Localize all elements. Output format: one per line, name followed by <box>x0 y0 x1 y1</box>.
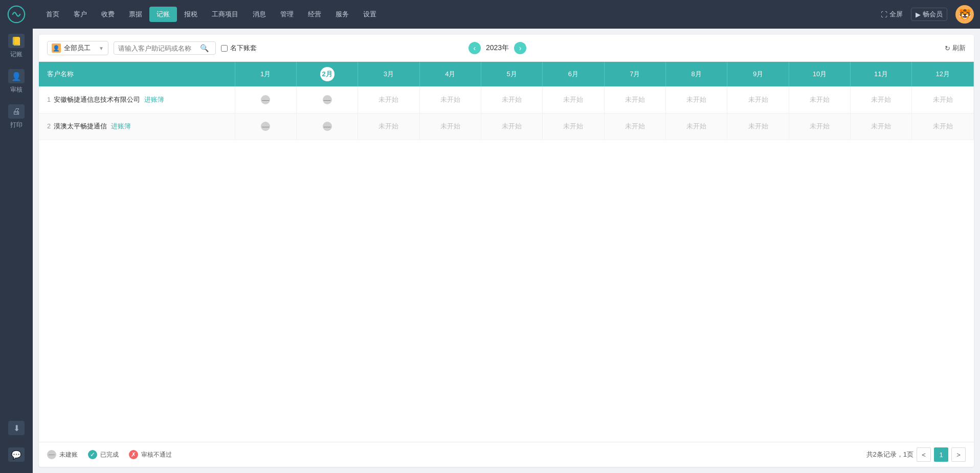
topnav: 首页 客户 收费 票据 记账 报税 工商项目 消息 管理 经营 服务 设置 ⛶ … <box>33 0 980 29</box>
month-cell-8: 未开始 <box>666 113 727 140</box>
table-wrap: 客户名称 1月 2月 3月 4月 5月 6月 7月 8月 9月 <box>39 62 974 442</box>
nav-tax[interactable]: 报税 <box>177 7 205 22</box>
sidebar-item-jizh[interactable]: 📒 记账 <box>0 29 33 64</box>
year-text: 2023年 <box>486 43 509 53</box>
status-not-started: 未开始 <box>810 122 830 130</box>
refresh-icon: ↻ <box>945 44 950 52</box>
month-cell-5: 未开始 <box>481 113 542 140</box>
fullscreen-icon: ⛶ <box>881 11 887 18</box>
nav-bookkeep[interactable]: 记账 <box>149 7 177 22</box>
sidebar-item-support[interactable]: 💬 <box>0 442 33 467</box>
status-not-started: 未开始 <box>933 122 953 130</box>
status-not-started: 未开始 <box>563 122 583 130</box>
nav-invoice[interactable]: 票据 <box>122 7 149 22</box>
enter-ledger-link[interactable]: 进账簿 <box>144 96 164 103</box>
search-icon[interactable]: 🔍 <box>200 44 209 52</box>
jizh-icon: 📒 <box>8 34 25 48</box>
month-cell-1: — <box>235 113 296 140</box>
legend-label-not-built: 未建账 <box>59 451 78 459</box>
search-input-wrap: 🔍 <box>114 41 216 55</box>
nav-bizitem[interactable]: 工商项目 <box>205 7 246 22</box>
page-current-button[interactable]: 1 <box>934 447 948 462</box>
month-cell-11: 未开始 <box>851 86 912 113</box>
col-apr: 4月 <box>419 62 481 86</box>
status-not-started: 未开始 <box>810 96 830 103</box>
status-not-started: 未开始 <box>378 122 398 130</box>
status-not-started: 未开始 <box>502 122 522 130</box>
status-not-started: 未开始 <box>871 96 891 103</box>
month-cell-3: 未开始 <box>358 86 419 113</box>
nav-service[interactable]: 服务 <box>328 7 356 22</box>
month-cell-3: 未开始 <box>358 113 419 140</box>
month-cell-12: 未开始 <box>912 113 974 140</box>
page-prev-button[interactable]: < <box>917 447 931 462</box>
refresh-label: 刷新 <box>952 43 966 53</box>
search-input[interactable] <box>118 44 200 52</box>
legend-label-completed: 已完成 <box>100 451 119 459</box>
nav-message[interactable]: 消息 <box>246 7 273 22</box>
nav-manage[interactable]: 管理 <box>273 7 301 22</box>
current-month-badge: 2月 <box>320 67 335 81</box>
sidebar-item-shen[interactable]: 👤 审核 <box>0 64 33 99</box>
col-sep: 9月 <box>727 62 789 86</box>
month-cell-7: 未开始 <box>604 86 665 113</box>
sidebar-bottom: ⬇ 💬 <box>0 416 33 473</box>
employee-label: 全部员工 <box>64 43 96 53</box>
month-cell-5: 未开始 <box>481 86 542 113</box>
enter-ledger-link[interactable]: 进账簿 <box>111 122 131 130</box>
col-jan: 1月 <box>235 62 296 86</box>
col-mar: 3月 <box>358 62 419 86</box>
company-cell: 2漠澳太平畅捷通信 进账簿 <box>39 113 235 140</box>
col-jul: 7月 <box>604 62 665 86</box>
avatar[interactable]: 🐯 <box>955 5 974 24</box>
refresh-button[interactable]: ↻ 刷新 <box>945 43 966 53</box>
status-not-started: 未开始 <box>686 96 706 103</box>
mingxia-checkbox[interactable] <box>221 45 228 52</box>
col-jun: 6月 <box>543 62 604 86</box>
sidebar-item-download[interactable]: ⬇ <box>0 416 33 440</box>
mingxia-checkbox-wrap[interactable]: 名下账套 <box>221 43 257 53</box>
col-aug: 8月 <box>666 62 727 86</box>
status-not-started: 未开始 <box>686 122 706 130</box>
month-cell-8: 未开始 <box>666 86 727 113</box>
month-cell-9: 未开始 <box>727 113 789 140</box>
col-feb: 2月 <box>296 62 358 86</box>
year-prev-button[interactable]: ‹ <box>469 42 481 54</box>
content-card: 👤 全部员工 ▼ 🔍 名下账套 ‹ 2023年 › <box>39 35 974 467</box>
year-next-button[interactable]: › <box>514 42 526 54</box>
month-cell-2: — <box>296 86 358 113</box>
sidebar: 📒 记账 👤 审核 🖨 打印 ⬇ 💬 <box>0 0 33 473</box>
year-nav: ‹ 2023年 › <box>469 42 526 54</box>
nav-operation[interactable]: 经营 <box>301 7 328 22</box>
col-may: 5月 <box>481 62 542 86</box>
fullscreen-button[interactable]: ⛶ 全屏 <box>881 10 903 19</box>
employee-select[interactable]: 👤 全部员工 ▼ <box>47 41 108 55</box>
status-dash-icon: — <box>323 95 332 104</box>
status-not-started: 未开始 <box>748 96 768 103</box>
nav-home[interactable]: 首页 <box>39 7 66 22</box>
row-num: 1 <box>47 96 51 103</box>
company-name: 安徽畅捷通信息技术有限公司 <box>54 96 140 103</box>
month-cell-10: 未开始 <box>789 113 850 140</box>
nav-customer[interactable]: 客户 <box>66 7 94 22</box>
sidebar-item-dayin[interactable]: 🖨 打印 <box>0 99 33 134</box>
legend-label-rejected: 审核不通过 <box>141 451 172 459</box>
col-customer: 客户名称 <box>39 62 235 86</box>
member-button[interactable]: ▶ 畅会员 <box>911 8 947 21</box>
status-not-started: 未开始 <box>378 96 398 103</box>
status-not-started: 未开始 <box>625 122 645 130</box>
company-name: 漠澳太平畅捷通信 <box>54 122 107 130</box>
page-next-button[interactable]: > <box>951 447 966 462</box>
legend-completed: ✓ 已完成 <box>88 450 119 459</box>
nav-settings[interactable]: 设置 <box>356 7 384 22</box>
nav-fee[interactable]: 收费 <box>94 7 122 22</box>
month-cell-6: 未开始 <box>543 113 604 140</box>
fullscreen-label: 全屏 <box>889 10 903 19</box>
col-nov: 11月 <box>851 62 912 86</box>
topnav-right: ⛶ 全屏 ▶ 畅会员 🐯 <box>881 5 974 24</box>
month-cell-11: 未开始 <box>851 113 912 140</box>
col-oct: 10月 <box>789 62 850 86</box>
month-cell-10: 未开始 <box>789 86 850 113</box>
status-not-started: 未开始 <box>502 96 522 103</box>
content: 👤 全部员工 ▼ 🔍 名下账套 ‹ 2023年 › <box>33 29 980 473</box>
